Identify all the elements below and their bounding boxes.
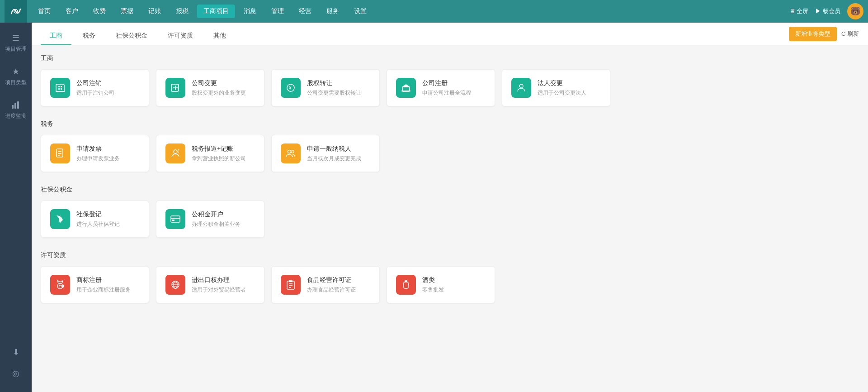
card-title-法人变更: 法人变更: [538, 79, 601, 87]
sidebar-label-progress: 进度监测: [5, 112, 27, 120]
card-title-进出口权办理: 进出口权办理: [192, 276, 255, 284]
card-公司变更[interactable]: 公司变更股权变更外的业务变更: [156, 69, 264, 106]
nav-item-消息[interactable]: 消息: [237, 5, 263, 18]
card-text-商标注册: 商标注册用于企业商标注册服务: [76, 276, 140, 294]
tab-xuke[interactable]: 许可资质: [159, 27, 202, 45]
sidebar-item-progress[interactable]: 进度监测: [0, 94, 32, 125]
card-title-酒类: 酒类: [422, 276, 486, 284]
section-title-税务: 税务: [41, 120, 859, 128]
card-申请发票[interactable]: 申请发票办理申请发票业务: [41, 135, 149, 172]
tab-shuiwu[interactable]: 税务: [74, 27, 104, 45]
card-text-酒类: 酒类零售批发: [422, 276, 486, 294]
nav-item-票据[interactable]: 票据: [114, 5, 140, 18]
card-icon-公司变更: [165, 78, 185, 98]
card-股权转让[interactable]: ¥股权转让公司变更需要股权转让: [271, 69, 380, 106]
card-desc-法人变更: 适用于公司变更法人: [538, 89, 601, 97]
card-text-税务报道+记账: 税务报道+记账拿到营业执照的新公司: [192, 145, 255, 163]
card-icon-申请发票: [50, 143, 70, 163]
main-layout: ☰ 项目管理 ★ 项目类型 进度监测 ⬇ ◎ 工商: [0, 23, 868, 392]
sidebar-download-btn[interactable]: ⬇: [0, 343, 32, 362]
card-税务报道+记账[interactable]: 税务报道+记账拿到营业执照的新公司: [156, 135, 264, 172]
card-title-股权转让: 股权转让: [307, 79, 370, 87]
tab-other[interactable]: 其他: [204, 27, 235, 45]
content-scroll: 工商公司注销适用于注销公司公司变更股权变更外的业务变更¥股权转让公司变更需要股权…: [32, 45, 868, 392]
sidebar-label-project-mgmt: 项目管理: [5, 45, 27, 53]
project-mgmt-icon: ☰: [10, 33, 21, 43]
card-desc-申请发票: 办理申请发票业务: [76, 155, 140, 163]
card-公司注销[interactable]: 公司注销适用于注销公司: [41, 69, 149, 106]
card-desc-酒类: 零售批发: [422, 286, 486, 294]
card-desc-商标注册: 用于企业商标注册服务: [76, 286, 140, 294]
nav-item-经营[interactable]: 经营: [292, 5, 318, 18]
card-title-公司注册: 公司注册: [422, 79, 486, 87]
card-icon-税务报道+记账: [165, 143, 185, 163]
card-酒类[interactable]: 酒类零售批发: [387, 266, 495, 303]
sidebar-label-project-type: 项目类型: [5, 79, 27, 86]
card-食品经营许可证[interactable]: 食品经营许可证办理食品经营许可证: [271, 266, 380, 303]
nav-items: 首页客户收费票据记账报税工商项目消息管理经营服务设置: [32, 5, 789, 18]
card-title-社保登记: 社保登记: [76, 210, 140, 219]
card-商标注册[interactable]: TM商标注册用于企业商标注册服务: [41, 266, 149, 303]
svg-rect-3: [17, 101, 19, 109]
card-title-公司注销: 公司注销: [76, 79, 140, 87]
nav-item-收费[interactable]: 收费: [87, 5, 112, 18]
cards-grid-社保公积金: 社保登记进行人员社保登记公积金开户办理公积金相关业务: [41, 201, 859, 238]
card-icon-申请一般纳税人: [281, 143, 301, 163]
card-title-申请一般纳税人: 申请一般纳税人: [307, 145, 370, 153]
tab-shebao[interactable]: 社保公积金: [107, 27, 156, 45]
card-icon-社保登记: [50, 209, 70, 229]
nav-item-管理[interactable]: 管理: [265, 5, 290, 18]
card-title-申请发票: 申请发票: [76, 145, 140, 153]
card-desc-股权转让: 公司变更需要股权转让: [307, 89, 370, 97]
card-icon-食品经营许可证: [281, 275, 301, 295]
sidebar-item-project-type[interactable]: ★ 项目类型: [0, 61, 32, 92]
card-desc-食品经营许可证: 办理食品经营许可证: [307, 286, 370, 294]
section-title-许可资质: 许可资质: [41, 251, 859, 259]
card-法人变更[interactable]: 法人变更适用于公司变更法人: [502, 69, 610, 106]
card-申请一般纳税人[interactable]: 申请一般纳税人当月或次月成变更完成: [271, 135, 380, 172]
card-desc-公司注销: 适用于注销公司: [76, 89, 140, 97]
svg-rect-7: [58, 88, 60, 90]
add-type-button[interactable]: 新增业务类型: [789, 27, 837, 41]
tab-gongshang[interactable]: 工商: [41, 27, 71, 45]
nav-item-服务[interactable]: 服务: [320, 5, 345, 18]
svg-rect-4: [56, 84, 64, 91]
svg-point-19: [174, 150, 177, 153]
svg-rect-15: [57, 149, 63, 157]
sidebar-item-project-mgmt[interactable]: ☰ 项目管理: [0, 27, 32, 58]
card-title-商标注册: 商标注册: [76, 276, 140, 284]
sidebar-bottom: ⬇ ◎: [0, 343, 32, 392]
card-text-公司变更: 公司变更股权变更外的业务变更: [192, 79, 255, 97]
nav-item-客户[interactable]: 客户: [59, 5, 85, 18]
svg-rect-2: [14, 103, 16, 109]
card-text-申请一般纳税人: 申请一般纳税人当月或次月成变更完成: [307, 145, 370, 163]
svg-rect-32: [287, 281, 294, 289]
nav-item-设置[interactable]: 设置: [348, 5, 373, 18]
card-desc-社保登记: 进行人员社保登记: [76, 220, 140, 228]
card-icon-商标注册: TM: [50, 275, 70, 295]
refresh-button[interactable]: C 刷新: [841, 30, 859, 38]
nav-item-记账[interactable]: 记账: [142, 5, 167, 18]
section-title-社保公积金: 社保公积金: [41, 186, 859, 194]
svg-rect-22: [171, 216, 180, 222]
card-进出口权办理[interactable]: 进出口权办理适用于对外贸易经营者: [156, 266, 264, 303]
sidebar: ☰ 项目管理 ★ 项目类型 进度监测 ⬇ ◎: [0, 23, 32, 392]
cards-grid-税务: 申请发票办理申请发票业务税务报道+记账拿到营业执照的新公司申请一般纳税人当月或次…: [41, 135, 859, 172]
card-社保登记[interactable]: 社保登记进行人员社保登记: [41, 201, 149, 238]
card-icon-公积金开户: [165, 209, 185, 229]
sidebar-location-btn[interactable]: ◎: [0, 364, 32, 383]
nav-item-首页[interactable]: 首页: [32, 5, 57, 18]
cards-grid-工商: 公司注销适用于注销公司公司变更股权变更外的业务变更¥股权转让公司变更需要股权转让…: [41, 69, 859, 106]
svg-rect-13: [401, 91, 410, 91]
avatar[interactable]: 🐻: [847, 3, 863, 19]
nav-item-工商项目[interactable]: 工商项目: [197, 5, 235, 18]
fullscreen-btn[interactable]: 🖥 全屏: [789, 7, 809, 15]
card-公积金开户[interactable]: 公积金开户办理公积金相关业务: [156, 201, 264, 238]
svg-rect-6: [61, 86, 62, 87]
nav-item-报税[interactable]: 报税: [170, 5, 195, 18]
card-公司注册[interactable]: 公司注册申请公司注册全流程: [387, 69, 495, 106]
svg-point-20: [288, 150, 291, 153]
logo: [5, 0, 27, 23]
vip-btn[interactable]: ▶ 畅会员: [815, 7, 840, 15]
content-area: 工商 税务 社保公积金 许可资质 其他 新增业务类型 C 刷新 工商公司注销适用…: [32, 23, 868, 392]
